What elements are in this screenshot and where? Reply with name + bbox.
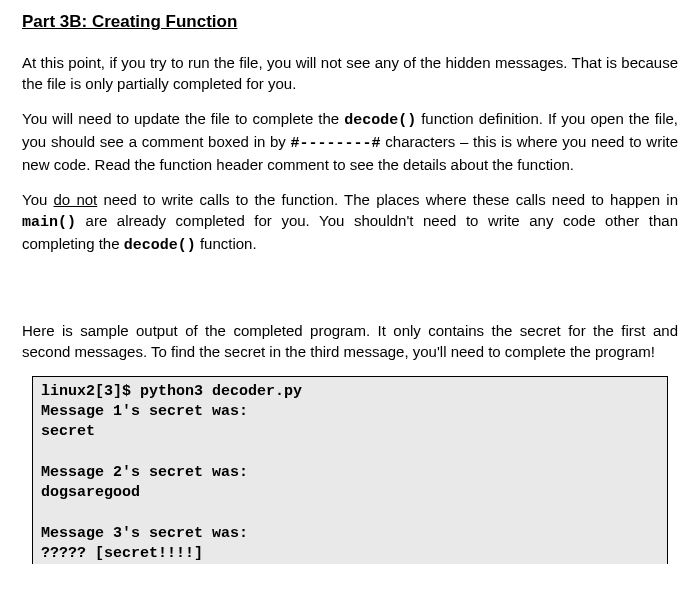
sample-output-block: linux2[3]$ python3 decoder.py Message 1'… xyxy=(32,376,668,564)
para3-underline-donot: do not xyxy=(54,191,98,208)
code-decode: decode() xyxy=(344,112,416,129)
para3-text-a: You xyxy=(22,191,54,208)
para3-text-c: are already completed for you. You shoul… xyxy=(22,212,678,252)
code-main: main() xyxy=(22,214,76,231)
code-comment-box: #--------# xyxy=(291,135,381,152)
para3-text-d: function. xyxy=(196,235,257,252)
paragraph-2: You will need to update the file to comp… xyxy=(22,108,678,175)
section-heading: Part 3B: Creating Function xyxy=(22,10,678,34)
code-decode-2: decode() xyxy=(124,237,196,254)
gap xyxy=(22,270,678,320)
paragraph-3: You do not need to write calls to the fu… xyxy=(22,189,678,256)
para2-text-a: You will need to update the file to comp… xyxy=(22,110,344,127)
paragraph-1: At this point, if you try to run the fil… xyxy=(22,52,678,94)
para3-text-b: need to write calls to the function. The… xyxy=(97,191,678,208)
paragraph-4: Here is sample output of the completed p… xyxy=(22,320,678,362)
